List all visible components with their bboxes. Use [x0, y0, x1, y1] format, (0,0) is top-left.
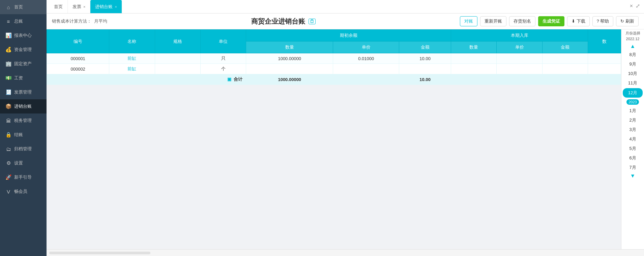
main-content: × ⤢ 首页 发票 × 进销台账 × 销售成本计算方法： 月平均 商贸企业进销台… — [47, 0, 644, 256]
col-header-name: 名称 — [109, 30, 155, 53]
row2-in-qty — [451, 64, 497, 74]
sidebar-item-assets[interactable]: 🏢 固定资产 — [0, 57, 47, 71]
month-3[interactable]: 3月 — [621, 125, 644, 134]
col-in-qty: 数量 — [451, 42, 497, 53]
col-in-amount: 金额 — [542, 42, 588, 53]
sidebar-item-archive[interactable]: 🗂 归档管理 — [0, 142, 47, 156]
month-9[interactable]: 9月 — [621, 59, 644, 69]
reopen-button[interactable]: 重新开账 — [480, 16, 506, 26]
scrollbar-area — [47, 249, 644, 256]
month-panel-title: 月份选择 — [625, 31, 640, 36]
sidebar-item-guide[interactable]: 🚀 新手引导 — [0, 170, 47, 184]
col-header-extra: 数 — [588, 30, 621, 53]
payroll-icon: 💵 — [5, 75, 11, 81]
month-2[interactable]: 2月 — [621, 116, 644, 125]
tab-inventory[interactable]: 进销台账 × — [90, 0, 122, 13]
month-5[interactable]: 5月 — [621, 144, 644, 153]
home-icon: ⌂ — [5, 4, 11, 10]
row2-name[interactable]: 前缸 — [109, 64, 155, 74]
close-window-button[interactable]: × — [630, 3, 633, 9]
col-header-spec: 规格 — [155, 30, 200, 53]
action-buttons: 对账 重新开账 存货别名 生成凭证 ⬇ 下载 ? 帮助 ↻ 刷新 — [460, 16, 639, 26]
inventory-table: 编号 名称 规格 单位 期初余额 本期入库 数 数量 单价 金额 数量 单价 — [47, 29, 621, 85]
row1-init-amount: 10.00 — [399, 53, 451, 64]
cost-method-info: 销售成本计算方法： 月平均 — [52, 18, 107, 24]
sidebar-item-tax[interactable]: 🏛 税务管理 — [0, 113, 47, 128]
month-7[interactable]: 7月 — [621, 163, 644, 172]
month-12[interactable]: 12月 — [623, 88, 643, 98]
row1-extra — [588, 53, 621, 64]
download-button[interactable]: ⬇ 下载 — [567, 16, 590, 26]
row2-spec — [155, 64, 200, 74]
row1-spec — [155, 53, 200, 64]
row2-init-qty — [246, 64, 333, 74]
col-group-in: 本期入库 — [451, 30, 588, 42]
col-init-qty: 数量 — [246, 42, 333, 53]
download-icon: ⬇ — [572, 19, 575, 24]
row2-id: 000002 — [47, 64, 109, 74]
row1-init-price: 0.01000 — [333, 53, 399, 64]
total-init-amount: 10.00 — [399, 74, 451, 85]
sidebar-item-home[interactable]: ⌂ 首页 — [0, 0, 47, 14]
month-selector-panel: 月份选择 2022.12 ▲ 8月 9月 10月 11月 12月 2023 1月… — [621, 29, 644, 249]
save-alias-button[interactable]: 存货别名 — [509, 16, 535, 26]
sidebar-item-close[interactable]: 🔒 结账 — [0, 128, 47, 142]
total-init-qty: 1000.00000 — [246, 74, 333, 85]
row2-init-price — [333, 64, 399, 74]
total-row: ▣ 合计 1000.00000 10.00 — [47, 74, 621, 85]
row1-init-qty: 1000.00000 — [246, 53, 333, 64]
generate-voucher-button[interactable]: 生成凭证 — [538, 16, 564, 26]
sidebar-item-funds[interactable]: 💰 资金管理 — [0, 43, 47, 57]
ledger-icon: ≡ — [5, 19, 11, 24]
month-11[interactable]: 11月 — [621, 78, 644, 88]
maximize-window-button[interactable]: ⤢ — [636, 3, 640, 9]
total-label: ▣ 合计 — [47, 74, 246, 85]
reports-icon: 📊 — [5, 32, 11, 39]
invoice-mgmt-icon: 🧾 — [5, 89, 11, 95]
row2-extra — [588, 64, 621, 74]
match-button[interactable]: 对账 — [460, 16, 477, 26]
guide-icon: 🚀 — [5, 174, 11, 180]
horizontal-scrollbar[interactable] — [49, 252, 150, 254]
table-row: 000002 前缸 个 — [47, 64, 621, 74]
tab-inventory-close[interactable]: × — [115, 5, 117, 9]
month-8[interactable]: 8月 — [621, 50, 644, 59]
tax-icon: 🏛 — [5, 118, 11, 124]
tab-home[interactable]: 首页 — [49, 0, 68, 13]
sidebar-item-vip[interactable]: V 畅会员 — [0, 184, 47, 199]
tab-invoice[interactable]: 发票 × — [68, 0, 90, 13]
row2-unit: 个 — [200, 64, 246, 74]
refresh-button[interactable]: ↻ 刷新 — [616, 16, 639, 26]
month-10[interactable]: 10月 — [621, 69, 644, 78]
month-6[interactable]: 6月 — [621, 153, 644, 163]
funds-icon: 💰 — [5, 47, 11, 53]
month-1[interactable]: 1月 — [621, 106, 644, 116]
sidebar-item-settings[interactable]: ⚙ 设置 — [0, 156, 47, 170]
tab-invoice-close[interactable]: × — [83, 5, 85, 9]
sidebar-item-inventory[interactable]: 📦 进销台账 — [0, 99, 47, 113]
sidebar-item-invoice-mgmt[interactable]: 🧾 发票管理 — [0, 85, 47, 99]
sidebar-item-payroll[interactable]: 💵 工资 — [0, 71, 47, 85]
year-2023-badge: 2023 — [626, 99, 639, 105]
toolbar-row: 销售成本计算方法： 月平均 商贸企业进销台账 🗒 对账 重新开账 存货别名 生成… — [47, 14, 644, 29]
page-title: 商贸企业进销台账 🗒 — [251, 17, 316, 26]
month-up-arrow[interactable]: ▲ — [630, 43, 636, 50]
total-init-price — [333, 74, 399, 85]
inventory-icon: 📦 — [5, 103, 11, 109]
col-header-unit: 单位 — [200, 30, 246, 53]
row1-name[interactable]: 前缸 — [109, 53, 155, 64]
month-4[interactable]: 4月 — [621, 134, 644, 144]
row1-unit: 只 — [200, 53, 246, 64]
month-down-arrow[interactable]: ▼ — [630, 172, 636, 180]
total-in-qty — [451, 74, 497, 85]
table-row: 000001 前缸 只 1000.00000 0.01000 10.00 — [47, 53, 621, 64]
help-button[interactable]: ? 帮助 — [592, 16, 614, 26]
col-group-init: 期初余额 — [246, 30, 451, 42]
row1-in-qty — [451, 53, 497, 64]
assets-icon: 🏢 — [5, 61, 11, 67]
current-year-label: 2022.12 — [626, 36, 640, 42]
row1-in-amount — [542, 53, 588, 64]
row2-in-amount — [542, 64, 588, 74]
sidebar-item-ledger[interactable]: ≡ 总账 — [0, 14, 47, 28]
sidebar-item-reports[interactable]: 📊 报表中心 — [0, 28, 47, 43]
